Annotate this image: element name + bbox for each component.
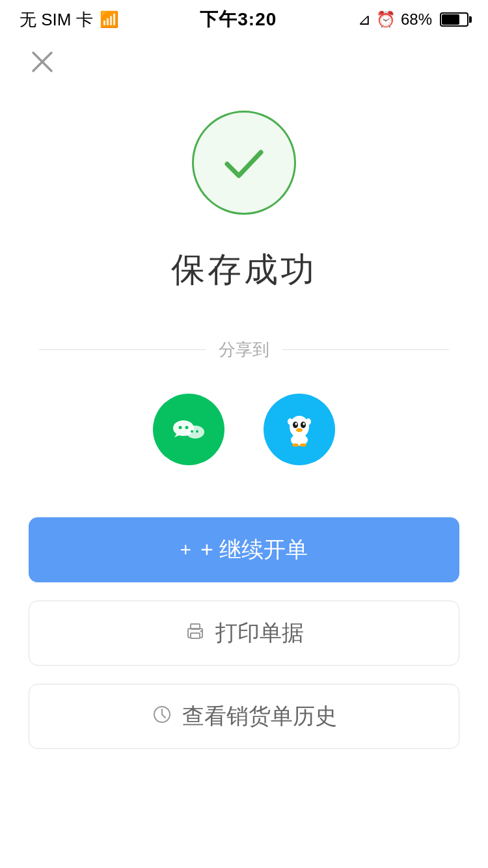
- close-button[interactable]: [26, 46, 59, 78]
- battery-icon: [440, 12, 468, 27]
- history-label: 查看销货单历史: [182, 701, 337, 731]
- print-label: 打印单据: [215, 618, 304, 648]
- svg-point-14: [296, 428, 303, 432]
- divider-left: [39, 349, 206, 350]
- location-icon: ⊿: [358, 10, 371, 29]
- svg-point-4: [179, 426, 182, 429]
- svg-point-16: [288, 418, 293, 425]
- share-icons: [153, 394, 335, 465]
- close-icon: [31, 50, 54, 74]
- checkmark-icon: [218, 137, 270, 189]
- svg-point-11: [301, 422, 306, 428]
- svg-point-3: [186, 426, 204, 439]
- status-time: 下午3:20: [200, 7, 277, 32]
- svg-point-5: [185, 426, 189, 429]
- continue-label: + 继续开单: [200, 535, 308, 565]
- main-content: 保存成功 分享到: [0, 39, 488, 749]
- no-sim-label: 无 SIM 卡: [20, 8, 93, 31]
- alarm-icon: ⏰: [376, 10, 396, 29]
- qq-logo: [278, 409, 320, 450]
- wechat-share-button[interactable]: [153, 394, 224, 465]
- divider-right: [282, 349, 449, 350]
- success-circle: [192, 111, 296, 215]
- svg-point-6: [191, 430, 193, 433]
- status-left: 无 SIM 卡 📶: [20, 8, 119, 31]
- svg-point-10: [293, 422, 298, 428]
- share-divider: 分享到: [0, 338, 488, 361]
- success-title: 保存成功: [171, 247, 317, 293]
- printer-icon: [184, 620, 206, 647]
- wechat-logo: [168, 409, 210, 450]
- qq-share-button[interactable]: [264, 394, 335, 465]
- history-button[interactable]: 查看销货单历史: [29, 684, 459, 749]
- svg-point-12: [295, 423, 297, 426]
- plus-icon: +: [180, 539, 192, 561]
- print-button[interactable]: 打印单据: [29, 601, 459, 666]
- svg-point-17: [306, 418, 311, 425]
- history-icon: [151, 703, 173, 730]
- svg-point-23: [200, 630, 202, 632]
- svg-point-13: [303, 423, 305, 426]
- share-label: 分享到: [206, 338, 282, 361]
- action-buttons: + + 继续开单 打印单据 查看销货单历: [0, 517, 488, 749]
- svg-rect-22: [191, 633, 200, 638]
- battery-label: 68%: [401, 10, 432, 29]
- svg-point-18: [292, 444, 299, 447]
- continue-button[interactable]: + + 继续开单: [29, 517, 459, 582]
- svg-point-19: [300, 444, 306, 447]
- svg-point-7: [196, 430, 198, 433]
- status-right: ⊿ ⏰ 68%: [358, 10, 468, 29]
- status-bar: 无 SIM 卡 📶 下午3:20 ⊿ ⏰ 68%: [0, 0, 488, 39]
- wifi-icon: 📶: [100, 10, 119, 29]
